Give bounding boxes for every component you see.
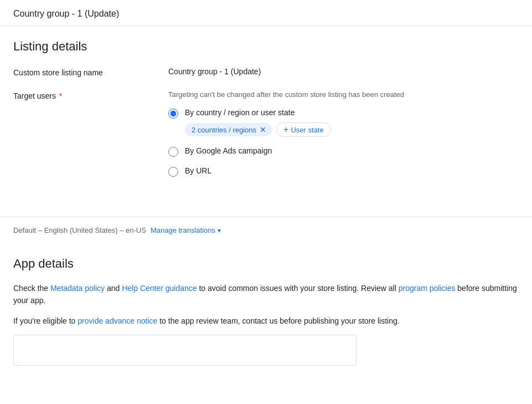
app-details-section: App details Check the Metadata policy an… [0, 243, 532, 383]
manage-translations-label: Manage translations [151, 226, 215, 234]
radio-by-url-label: By URL [185, 166, 211, 175]
page-header: Country group - 1 (Update) [0, 0, 532, 26]
radio-by-country-input[interactable] [168, 109, 178, 119]
radio-by-url[interactable]: By URL [168, 166, 519, 177]
targeting-note: Targeting can't be changed after the cus… [168, 90, 519, 99]
app-details-title: App details [13, 257, 519, 271]
chip-close-icon[interactable]: ✕ [259, 125, 267, 134]
required-indicator: * [59, 91, 62, 100]
add-user-state-button[interactable]: + User state [276, 122, 331, 137]
custom-store-listing-text: Country group - 1 (Update) [168, 67, 261, 76]
listing-details-title: Listing details [13, 39, 519, 54]
chevron-down-icon: ▾ [218, 227, 221, 234]
custom-store-listing-field: Custom store listing name Country group … [13, 67, 519, 77]
countries-regions-chip[interactable]: 2 countries / regions ✕ [185, 123, 272, 136]
default-locale-text: Default – English (United States) – en-U… [13, 226, 146, 234]
add-user-state-label: User state [291, 126, 323, 134]
chip-label: 2 countries / regions [192, 126, 256, 134]
radio-by-google-ads-label: By Google Ads campaign [185, 146, 272, 155]
radio-by-country[interactable]: By country / region or user state 2 coun… [168, 108, 519, 137]
plus-icon: + [283, 125, 288, 134]
radio-by-country-label: By country / region or user state [185, 108, 331, 117]
radio-by-google-ads[interactable]: By Google Ads campaign [168, 146, 519, 157]
custom-store-listing-label: Custom store listing name [13, 67, 168, 77]
page-title: Country group - 1 (Update) [13, 9, 119, 18]
target-users-content: Targeting can't be changed after the cus… [168, 90, 519, 186]
advance-notice-link[interactable]: provide advance notice [78, 316, 157, 325]
target-users-field: Target users * Targeting can't be change… [13, 90, 519, 186]
custom-store-listing-value: Country group - 1 (Update) [168, 67, 519, 76]
manage-translations-button[interactable]: Manage translations ▾ [151, 226, 221, 234]
radio-by-google-ads-input[interactable] [168, 147, 178, 157]
help-center-link[interactable]: Help Center guidance [122, 284, 197, 293]
text-field-placeholder [13, 335, 357, 366]
app-details-paragraph-2: If you're eligible to provide advance no… [13, 315, 519, 327]
target-users-label: Target users * [13, 90, 168, 100]
radio-by-country-content: By country / region or user state 2 coun… [185, 108, 331, 137]
app-details-paragraph-1: Check the Metadata policy and Help Cente… [13, 282, 519, 307]
listing-details-section: Listing details Custom store listing nam… [0, 26, 532, 217]
metadata-policy-link[interactable]: Metadata policy [50, 284, 105, 293]
program-policies-link[interactable]: program policies [399, 284, 456, 293]
radio-by-url-input[interactable] [168, 167, 178, 177]
section-meta: Default – English (United States) – en-U… [0, 217, 532, 243]
chips-row: 2 countries / regions ✕ + User state [185, 122, 331, 137]
